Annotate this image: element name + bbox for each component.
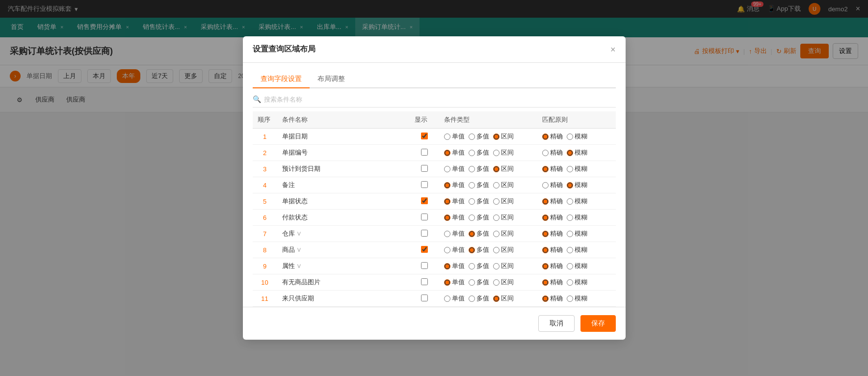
- type-radio-多值[interactable]: [469, 182, 475, 188]
- type-option-多值[interactable]: 多值: [469, 132, 489, 141]
- type-radio-多值[interactable]: [469, 231, 475, 237]
- match-radio-模糊[interactable]: [567, 215, 573, 221]
- type-option-单值[interactable]: 单值: [444, 197, 465, 206]
- type-option-单值[interactable]: 单值: [444, 245, 465, 254]
- type-radio-单值[interactable]: [444, 295, 450, 302]
- type-radio-区间[interactable]: [493, 215, 500, 221]
- match-radio-精确[interactable]: [542, 182, 549, 188]
- tab-query-fields[interactable]: 查询字段设置: [253, 71, 310, 88]
- match-option-模糊[interactable]: 模糊: [567, 197, 587, 206]
- match-option-模糊[interactable]: 模糊: [567, 245, 587, 254]
- match-option-精确[interactable]: 精确: [542, 278, 563, 287]
- type-radio-单值[interactable]: [444, 263, 450, 269]
- type-radio-区间[interactable]: [493, 295, 500, 302]
- match-option-模糊[interactable]: 模糊: [567, 294, 587, 303]
- type-radio-多值[interactable]: [469, 279, 475, 286]
- type-radio-单值[interactable]: [444, 247, 450, 253]
- type-option-多值[interactable]: 多值: [469, 197, 489, 206]
- cell-show[interactable]: [410, 129, 439, 145]
- match-radio-精确[interactable]: [542, 295, 549, 302]
- type-radio-区间[interactable]: [493, 231, 500, 237]
- type-option-区间[interactable]: 区间: [493, 245, 514, 254]
- match-option-精确[interactable]: 精确: [542, 229, 563, 238]
- match-radio-模糊[interactable]: [567, 231, 573, 237]
- tab-layout-adjust[interactable]: 布局调整: [310, 71, 353, 88]
- show-checkbox[interactable]: [421, 181, 428, 188]
- type-radio-区间[interactable]: [493, 182, 500, 188]
- match-radio-精确[interactable]: [542, 231, 549, 237]
- type-option-单值[interactable]: 单值: [444, 294, 465, 303]
- cell-show[interactable]: [410, 177, 439, 193]
- type-radio-多值[interactable]: [469, 247, 475, 253]
- type-option-区间[interactable]: 区间: [493, 278, 514, 287]
- expand-icon[interactable]: ∨: [296, 230, 302, 237]
- cell-show[interactable]: [410, 210, 439, 226]
- cell-show[interactable]: [410, 291, 439, 307]
- type-radio-区间[interactable]: [493, 247, 500, 253]
- show-checkbox[interactable]: [421, 214, 428, 220]
- type-radio-单值[interactable]: [444, 279, 450, 286]
- type-option-多值[interactable]: 多值: [469, 181, 489, 189]
- show-checkbox[interactable]: [421, 230, 428, 237]
- type-radio-单值[interactable]: [444, 231, 450, 237]
- type-radio-单值[interactable]: [444, 166, 450, 172]
- type-option-区间[interactable]: 区间: [493, 132, 514, 141]
- type-option-区间[interactable]: 区间: [493, 213, 514, 222]
- type-option-多值[interactable]: 多值: [469, 245, 489, 254]
- type-option-单值[interactable]: 单值: [444, 229, 465, 238]
- match-radio-模糊[interactable]: [567, 182, 573, 188]
- type-option-单值[interactable]: 单值: [444, 148, 465, 157]
- match-radio-模糊[interactable]: [567, 166, 573, 172]
- type-radio-区间[interactable]: [493, 198, 500, 205]
- match-option-模糊[interactable]: 模糊: [567, 229, 587, 238]
- type-option-多值[interactable]: 多值: [469, 229, 489, 238]
- type-option-单值[interactable]: 单值: [444, 181, 465, 189]
- cell-show[interactable]: [410, 145, 439, 161]
- type-radio-区间[interactable]: [493, 166, 500, 172]
- match-option-精确[interactable]: 精确: [542, 213, 563, 222]
- show-checkbox[interactable]: [421, 165, 428, 172]
- type-radio-多值[interactable]: [469, 150, 475, 156]
- search-input[interactable]: [264, 96, 362, 103]
- match-option-模糊[interactable]: 模糊: [567, 132, 587, 141]
- match-radio-模糊[interactable]: [567, 134, 573, 140]
- match-radio-模糊[interactable]: [567, 247, 573, 253]
- type-radio-单值[interactable]: [444, 198, 450, 205]
- cell-show[interactable]: [410, 226, 439, 242]
- match-radio-精确[interactable]: [542, 166, 549, 172]
- type-option-区间[interactable]: 区间: [493, 148, 514, 157]
- expand-icon[interactable]: ∨: [296, 246, 302, 253]
- type-option-单值[interactable]: 单值: [444, 164, 465, 173]
- match-radio-模糊[interactable]: [567, 150, 573, 156]
- match-option-模糊[interactable]: 模糊: [567, 181, 587, 189]
- match-radio-模糊[interactable]: [567, 279, 573, 286]
- type-radio-多值[interactable]: [469, 198, 475, 205]
- match-option-模糊[interactable]: 模糊: [567, 278, 587, 287]
- type-radio-单值[interactable]: [444, 215, 450, 221]
- match-radio-模糊[interactable]: [567, 263, 573, 269]
- type-option-区间[interactable]: 区间: [493, 164, 514, 173]
- match-option-精确[interactable]: 精确: [542, 164, 563, 173]
- type-radio-单值[interactable]: [444, 150, 450, 156]
- type-option-区间[interactable]: 区间: [493, 262, 514, 270]
- type-radio-单值[interactable]: [444, 182, 450, 188]
- show-checkbox[interactable]: [421, 133, 428, 139]
- type-option-区间[interactable]: 区间: [493, 181, 514, 189]
- match-option-精确[interactable]: 精确: [542, 148, 563, 157]
- type-radio-多值[interactable]: [469, 215, 475, 221]
- type-option-单值[interactable]: 单值: [444, 278, 465, 287]
- match-option-模糊[interactable]: 模糊: [567, 164, 587, 173]
- type-radio-区间[interactable]: [493, 263, 500, 269]
- cell-show[interactable]: [410, 242, 439, 258]
- type-radio-多值[interactable]: [469, 134, 475, 140]
- show-checkbox[interactable]: [421, 278, 428, 285]
- cell-show[interactable]: [410, 274, 439, 291]
- show-checkbox[interactable]: [421, 197, 428, 204]
- type-option-单值[interactable]: 单值: [444, 262, 465, 270]
- expand-icon[interactable]: ∨: [296, 262, 302, 269]
- match-option-模糊[interactable]: 模糊: [567, 262, 587, 270]
- match-radio-精确[interactable]: [542, 198, 549, 205]
- type-radio-区间[interactable]: [493, 134, 500, 140]
- type-option-区间[interactable]: 区间: [493, 294, 514, 303]
- show-checkbox[interactable]: [421, 262, 428, 269]
